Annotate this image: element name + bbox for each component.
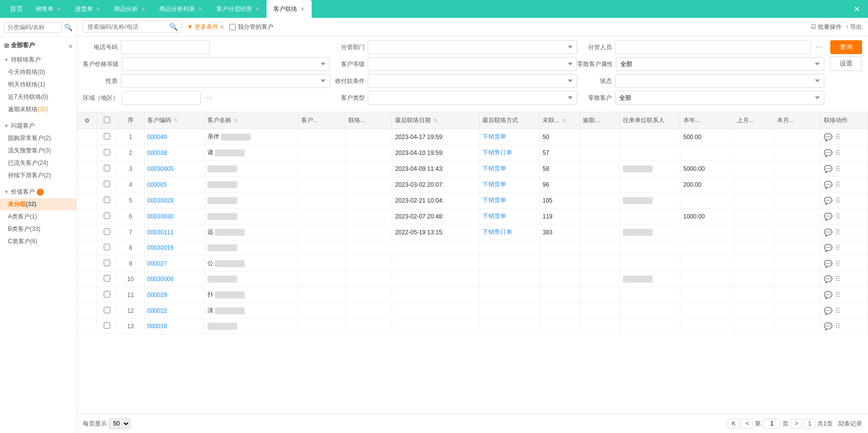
group-pending-title[interactable]: ▼ 待联络客户 [0,54,76,66]
filter-cust-type-select[interactable] [368,91,577,105]
sort-icon[interactable]: ⇅ [562,118,566,123]
customer-code-link[interactable]: 000022 [147,307,167,314]
sidebar-item-declining[interactable]: 持续下滑客户(2) [0,169,76,182]
close-icon[interactable]: ✕ [198,6,202,12]
dots-icon[interactable]: ··· [814,43,824,52]
close-icon[interactable]: ✕ [141,6,145,12]
last-way-link[interactable]: 下销售订单 [482,149,512,156]
chat-icon[interactable]: 💬 [824,291,832,299]
chat-icon[interactable]: 💬 [824,213,832,220]
window-close-icon[interactable]: ✕ [850,4,864,14]
menu-icon[interactable]: ⠿ [835,244,840,252]
customer-code-link[interactable]: 000005 [147,181,167,188]
row-checkbox[interactable] [104,213,110,219]
tab-customer-contact[interactable]: 客户联络 ✕ [267,0,312,18]
sidebar-item-7days[interactable]: 近7天待联络(0) [0,91,76,103]
menu-icon[interactable]: ⠿ [835,197,840,205]
prev-page-btn[interactable]: < [741,419,753,429]
sort-icon[interactable]: ⇅ [174,118,178,123]
menu-icon[interactable]: ⠿ [835,260,840,268]
sidebar-item-class-b[interactable]: B类客户(33) [0,223,76,235]
menu-icon[interactable]: ⠿ [835,322,840,330]
sidebar-item-today[interactable]: 今天待联络(0) [0,66,76,78]
last-page-btn[interactable]: 1 [804,419,815,429]
row-checkbox[interactable] [104,244,110,250]
my-customer-checkbox[interactable] [229,24,236,30]
menu-icon[interactable]: ⠿ [835,165,840,173]
row-checkbox[interactable] [104,307,110,313]
group-value-title[interactable]: ▼ 价值客户 ! [0,186,76,198]
sort-icon[interactable]: ⇅ [234,118,238,123]
tab-sales[interactable]: 销售单 ✕ [29,0,68,18]
row-checkbox[interactable] [104,181,110,187]
filter-status-select[interactable] [615,74,824,88]
chat-icon[interactable]: 💬 [824,275,832,283]
customer-code-link[interactable]: 00030005 [147,165,174,172]
menu-icon[interactable]: ⠿ [835,213,840,220]
row-checkbox[interactable] [104,165,110,171]
chat-icon[interactable]: 💬 [824,149,832,157]
filter-pay-select[interactable] [368,74,577,88]
tab-customer-seg[interactable]: 客户分层经营 ✕ [209,0,267,18]
filter-gender-select[interactable] [121,74,330,88]
chat-icon[interactable]: 💬 [824,181,832,189]
sidebar-search-icon[interactable]: 🔍 [64,23,72,31]
customer-code-link[interactable]: 000029 [147,291,167,298]
tab-analysis[interactable]: 商品分析 ✕ [107,0,152,18]
sidebar-item-class-c[interactable]: C类客户(6) [0,235,76,248]
select-all-checkbox[interactable] [104,117,110,123]
customer-code-link[interactable]: 000027 [147,260,167,267]
close-icon[interactable]: ✕ [300,6,305,12]
menu-icon[interactable]: ⠿ [835,275,840,283]
reset-button[interactable]: 设置 [830,56,862,71]
chat-icon[interactable]: 💬 [824,165,832,173]
customer-code-link[interactable]: 000038 [147,149,167,156]
sidebar-item-abnormal[interactable]: 固购异常客户(2) [0,132,76,144]
chat-icon[interactable]: 💬 [824,244,832,252]
sidebar-item-churn-warn[interactable]: 流失预警客户(3) [0,144,76,157]
tab-analysis-list[interactable]: 商品分析列表 ✕ [152,0,209,18]
customer-code-link[interactable]: 00030111 [147,229,174,236]
row-checkbox[interactable] [104,228,110,235]
menu-icon[interactable]: ⠿ [835,149,840,157]
filter-person-input[interactable] [615,40,811,54]
next-page-btn[interactable]: > [791,419,802,429]
filter-cust-level-select[interactable] [368,57,577,71]
filter-zero-cust-select[interactable]: 全部 [615,91,824,105]
row-checkbox[interactable] [104,275,110,282]
chat-icon[interactable]: 💬 [824,197,832,205]
filter-price-select[interactable] [122,57,330,71]
all-customers-title[interactable]: ⊞ 全部客户 « [0,37,76,52]
export-btn[interactable]: ↑ 导出 [846,23,862,31]
row-checkbox[interactable] [104,133,110,140]
sidebar-item-overdue[interactable]: 逾期未联络(30) [0,103,76,116]
close-icon[interactable]: ✕ [57,6,61,12]
sidebar-item-ungroup[interactable]: 未分组(32) [0,198,76,211]
row-checkbox[interactable] [104,260,110,266]
menu-icon[interactable]: ⠿ [835,228,840,236]
search-input[interactable] [87,23,167,30]
dots-icon2[interactable]: ··· [204,93,214,102]
sidebar-item-churned[interactable]: 已流失客户(24) [0,157,76,169]
row-checkbox[interactable] [104,291,110,297]
chat-icon[interactable]: 💬 [824,307,832,315]
tab-purchase[interactable]: 进货单 ✕ [68,0,107,18]
tab-home[interactable]: 首页 [4,0,29,18]
first-page-btn[interactable]: K [728,419,739,429]
close-icon[interactable]: ✕ [255,6,260,12]
menu-icon[interactable]: ⠿ [835,307,840,315]
last-way-link[interactable]: 下销货单 [482,165,506,172]
last-way-link[interactable]: 下销货单 [482,197,506,204]
last-way-link[interactable]: 下销货单 [482,213,506,219]
row-checkbox[interactable] [104,197,110,203]
menu-icon[interactable]: ⠿ [835,291,840,299]
chat-icon[interactable]: 💬 [824,322,832,330]
th-settings[interactable]: ⚙ [77,112,97,129]
group-problem-title[interactable]: ▼ 问题客户 [0,120,76,132]
page-input[interactable] [763,419,781,429]
sort-icon[interactable]: ⇅ [433,118,437,123]
customer-code-link[interactable]: 00030030 [147,213,174,220]
filter-area-input[interactable] [122,91,201,105]
more-conditions-btn[interactable]: ▼ 更多条件 ∧ [187,23,224,31]
customer-code-link[interactable]: 00030006 [147,276,174,283]
